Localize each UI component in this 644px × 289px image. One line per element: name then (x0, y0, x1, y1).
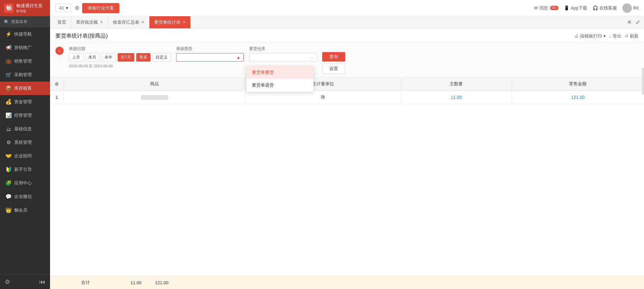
topbar-right: ✉ 消息 99+ 📱 App下载 🎧 在线客服 Rit (534, 3, 639, 13)
tabs-bar: 首页 库存批次账 ✕ 收发存汇总表 ✕ 要货单统计表 ✕ ✕ ⤢ (50, 16, 644, 28)
collapse-icon[interactable]: ⏮ (39, 279, 45, 286)
date-btn-this-month[interactable]: 本月 (85, 53, 99, 62)
guide-icon: 🔰 (5, 166, 11, 173)
filter-type-group: 单据类型 ▲ (176, 46, 244, 62)
query-button[interactable]: 查询 (322, 52, 345, 62)
topbar: 41 ▾ ⚙ 体验行业方案 ✉ 消息 99+ 📱 App下载 🎧 在线客服 R (50, 0, 644, 16)
user-menu[interactable]: Rit (622, 3, 639, 13)
user-avatar (622, 3, 632, 13)
sidebar-item-purchase[interactable]: 🛒 采购管理 (0, 68, 50, 82)
wxwork-icon: 💬 (5, 194, 11, 200)
dropdown-item-requisition-return[interactable]: 要货单退货 (246, 79, 313, 92)
product-name-placeholder (141, 95, 168, 100)
sidebar-item-wxwork[interactable]: 💬 企业微信 (0, 190, 50, 203)
date-btn-this-year[interactable]: 本年 (101, 53, 116, 62)
company-selector[interactable]: 41 ▾ (55, 4, 72, 12)
settings-icon[interactable]: ⚙ (5, 278, 10, 286)
print-button[interactable]: 🖨 按模板打印 ▾ (574, 33, 606, 39)
footer-total-label: 合计 (81, 280, 90, 286)
tab-batch-close[interactable]: ✕ (100, 20, 103, 24)
sidebar-item-operations[interactable]: 📊 经营管理 (0, 109, 50, 122)
date-btn-recent7[interactable]: 近7天 (118, 53, 134, 62)
purchase-icon: 🛒 (5, 72, 11, 78)
sales-icon: 💼 (5, 58, 11, 64)
tabs-close-all-icon[interactable]: ✕ (626, 19, 633, 25)
filter-warehouse-input[interactable] (252, 55, 310, 60)
sidebar-item-collab[interactable]: 🤝 企业协同 (0, 149, 50, 163)
sidebar-item-appcenter[interactable]: 🧩 应用中心 (0, 176, 50, 190)
finance-icon: 💰 (5, 99, 11, 105)
date-btn-custom[interactable]: 自定义 (152, 53, 171, 62)
tab-requisition-close[interactable]: ✕ (183, 20, 186, 24)
sidebar-item-guide[interactable]: 🔰 新手引导 (0, 163, 50, 176)
filter-actions: 查询 设置 (322, 52, 345, 74)
table-container: ⚙ 商品 主计量单位 主数量 零售金额 1 块 (50, 77, 644, 276)
table-col-quantity: 主数量 (401, 77, 512, 91)
sidebar-item-marketing[interactable]: 📢 营销推广 (0, 41, 50, 54)
app-download-button[interactable]: 📱 App下载 (564, 5, 587, 11)
filter-warehouse-input-wrapper: ··· (249, 53, 317, 62)
marketing-icon: 📢 (5, 45, 11, 51)
page-header: 要货单统计表(按商品) 🖨 按模板打印 ▾ ↓ 导出 ↺ 刷新 (50, 28, 644, 43)
sidebar-nav: ⚡ 快捷导航 📢 营销推广 💼 销售管理 🛒 采购管理 📦 库存核算 💰 资金管… (0, 27, 50, 274)
filter-warehouse-group: 要货仓库 ··· (249, 46, 317, 62)
page-actions: 🖨 按模板打印 ▾ ↓ 导出 ↺ 刷新 (574, 33, 639, 39)
sidebar-item-system[interactable]: ⚙ 系统管理 (0, 136, 50, 149)
tab-summary[interactable]: 收发存汇总表 ✕ (108, 16, 149, 28)
warehouse-more-icon[interactable]: ··· (310, 55, 314, 60)
operations-icon: 📊 (5, 112, 11, 118)
phone-icon: 📱 (564, 5, 569, 10)
print-dropdown-icon: ▾ (603, 34, 606, 39)
app-logo: 畅 (4, 3, 14, 13)
messages-button[interactable]: ✉ 消息 99+ (534, 5, 558, 11)
type-dropdown-up-icon[interactable]: ▲ (236, 55, 241, 60)
sidebar: 畅 畅捷通好生意 标准版 🔍 搜索菜单 ⚡ 快捷导航 📢 营销推广 💼 销售管理… (0, 0, 50, 289)
refresh-button[interactable]: ↺ 刷新 (625, 33, 639, 39)
tab-home[interactable]: 首页 (53, 16, 71, 28)
sidebar-item-sales[interactable]: 💼 销售管理 (0, 54, 50, 68)
table-cell-unit: 块 (245, 91, 401, 104)
sidebar-search[interactable]: 🔍 搜索菜单 (0, 16, 50, 27)
export-icon: ↓ (609, 34, 612, 39)
export-button[interactable]: ↓ 导出 (609, 33, 622, 39)
topbar-left: 41 ▾ ⚙ 体验行业方案 (55, 3, 119, 13)
date-btn-last-month[interactable]: 上月 (69, 53, 83, 62)
trial-button[interactable]: 体验行业方案 (82, 3, 119, 13)
tab-requisition[interactable]: 要货单统计表 ✕ (149, 16, 191, 28)
sidebar-item-vip[interactable]: 👑 畅会员 (0, 203, 50, 217)
dropdown-item-requisition-order[interactable]: 要货单要货 (246, 66, 313, 79)
table-col-settings[interactable]: ⚙ (50, 77, 64, 91)
filter-bar: › 单据日期 上月 本月 本年 近7天 更多 自定义 2023-05-06 至 … (50, 43, 644, 77)
topbar-gear-icon[interactable]: ⚙ (75, 5, 79, 11)
message-icon: ✉ (534, 5, 538, 10)
filter-type-input[interactable] (179, 55, 236, 60)
sidebar-item-finance[interactable]: 💰 资金管理 (0, 95, 50, 109)
filter-expand-button[interactable]: › (55, 47, 64, 55)
print-icon: 🖨 (574, 34, 579, 39)
table-header-row: ⚙ 商品 主计量单位 主数量 零售金额 (50, 77, 644, 91)
right-scroll-handle[interactable] (642, 68, 644, 95)
inventory-icon: 📦 (5, 85, 11, 91)
sidebar-item-basics[interactable]: 🗂 基础信息 (0, 122, 50, 136)
table-footer: 合计 11.00 121.00 (50, 276, 644, 289)
appcenter-icon: 🧩 (5, 180, 11, 186)
footer-amount: 121.00 (155, 280, 169, 285)
online-service-button[interactable]: 🎧 在线客服 (593, 5, 617, 11)
filter-type-input-wrapper: ▲ (176, 53, 244, 62)
tabs-maximize-icon[interactable]: ⤢ (634, 19, 641, 25)
sidebar-item-shortcut[interactable]: ⚡ 快捷导航 (0, 27, 50, 41)
page-title: 要货单统计表(按商品) (55, 32, 108, 40)
tab-summary-close[interactable]: ✕ (141, 20, 144, 24)
filter-date-row: 上月 本月 本年 近7天 更多 自定义 (69, 53, 171, 62)
date-btn-more[interactable]: 更多 (136, 53, 150, 62)
type-dropdown: 要货单要货 要货单退货 (246, 66, 314, 92)
data-table: ⚙ 商品 主计量单位 主数量 零售金额 1 块 (50, 77, 644, 104)
tab-batch[interactable]: 库存批次账 ✕ (71, 16, 108, 28)
shortcut-icon: ⚡ (5, 31, 11, 37)
sidebar-item-inventory[interactable]: 📦 库存核算 (0, 82, 50, 95)
filter-settings-button[interactable]: 设置 (322, 64, 345, 74)
vip-icon: 👑 (5, 207, 11, 213)
tabs-actions: ✕ ⤢ (626, 19, 641, 25)
table-col-amount: 零售金额 (511, 77, 644, 91)
table-cell-amount: 121.00 (511, 91, 644, 104)
